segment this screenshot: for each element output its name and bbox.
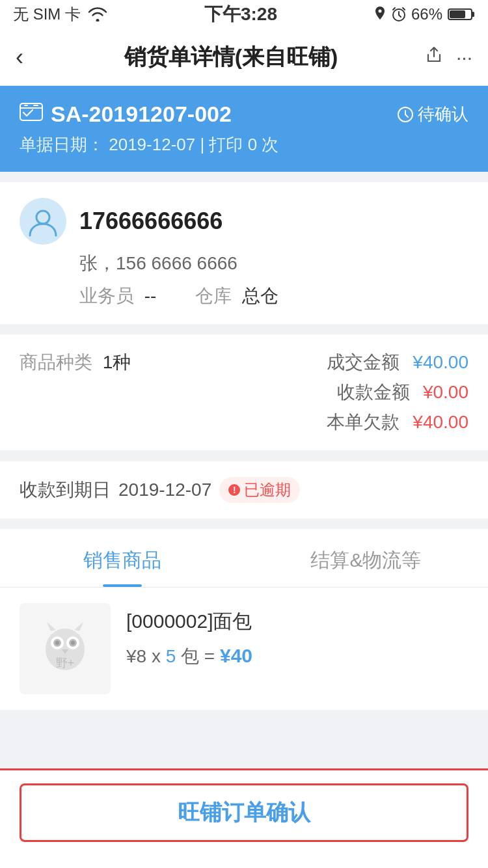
debt-label: 本单欠款 <box>327 410 400 435</box>
product-image: 野+ <box>20 603 111 694</box>
product-info: [0000002]面包 ¥8 x 5 包 = ¥40 <box>126 603 468 669</box>
clock-icon <box>397 106 414 123</box>
svg-point-13 <box>55 641 59 645</box>
confirm-button[interactable]: 旺铺订单确认 <box>20 783 468 842</box>
nav-bar: ‹ 销货单详情(来自旺铺) ··· <box>0 29 488 86</box>
order-type-icon <box>20 103 43 126</box>
customer-sub: 张，156 6666 6666 <box>20 251 468 276</box>
page-title: 销货单详情(来自旺铺) <box>55 42 407 72</box>
product-qty: 5 <box>166 646 176 666</box>
overdue-text: 已逾期 <box>244 480 291 500</box>
person-icon <box>27 206 59 237</box>
svg-rect-3 <box>472 12 474 17</box>
equals-sign: = <box>204 646 220 666</box>
more-icon[interactable]: ··· <box>456 46 472 68</box>
sales-label: 业务员 <box>79 286 134 306</box>
debt-value: ¥40.00 <box>413 412 468 433</box>
location-icon <box>373 7 386 22</box>
payment-row: 收款金额 ¥0.00 <box>337 380 468 405</box>
payment-value: ¥0.00 <box>423 382 468 403</box>
svg-point-7 <box>36 211 49 224</box>
svg-text:野+: 野+ <box>56 657 75 670</box>
customer-phone: 17666666666 <box>79 208 223 235</box>
warehouse-value: 总仓 <box>242 286 278 306</box>
type-label: 商品种类 <box>20 352 92 372</box>
back-button[interactable]: ‹ <box>16 44 55 71</box>
status-left: 无 SIM 卡 <box>13 4 108 25</box>
stats-block: 商品种类 1种 成交金额 ¥40.00 收款金额 ¥0.00 本单欠款 ¥40.… <box>0 334 488 450</box>
overdue-badge: ! 已逾期 <box>219 477 300 503</box>
battery-label: 66% <box>411 5 442 23</box>
sales-value: -- <box>144 286 157 306</box>
alarm-icon <box>392 7 406 22</box>
product-owl-logo: 野+ <box>33 612 98 686</box>
tab-sales-products[interactable]: 销售商品 <box>0 529 244 587</box>
product-name: [0000002]面包 <box>126 608 468 635</box>
due-date: 2019-12-07 <box>118 480 211 500</box>
order-date: 单据日期： 2019-12-07 | 打印 0 次 <box>20 133 468 156</box>
customer-block: 17666666666 张，156 6666 6666 业务员 -- 仓库 总仓 <box>0 182 488 324</box>
order-header: SA-20191207-002 待确认 单据日期： 2019-12-07 | 打… <box>0 86 488 172</box>
status-right: 66% <box>373 5 475 23</box>
status-bar: 无 SIM 卡 下午3:28 66% <box>0 0 488 29</box>
stats-right: 成交金额 ¥40.00 收款金额 ¥0.00 本单欠款 ¥40.00 <box>327 350 468 435</box>
product-price: ¥8 x 5 包 = ¥40 <box>126 644 468 669</box>
unit-price: ¥8 <box>126 646 146 666</box>
customer-meta: 业务员 -- 仓库 总仓 <box>20 284 468 308</box>
tab-settlement-logistics[interactable]: 结算&物流等 <box>244 529 488 587</box>
svg-rect-4 <box>450 10 465 18</box>
customer-avatar <box>20 198 66 245</box>
due-label: 收款到期日 <box>20 478 111 502</box>
order-status: 待确认 <box>397 103 468 126</box>
product-block: 野+ [0000002]面包 ¥8 x 5 包 = ¥40 <box>0 588 488 710</box>
status-time: 下午3:28 <box>204 2 277 27</box>
deal-amount-label: 成交金额 <box>327 350 400 375</box>
warehouse-label: 仓库 <box>195 286 232 306</box>
payment-label: 收款金额 <box>337 380 410 405</box>
svg-point-0 <box>378 10 381 13</box>
nav-actions: ··· <box>407 46 472 68</box>
svg-point-14 <box>71 641 75 645</box>
share-icon[interactable] <box>425 46 443 68</box>
debt-row: 本单欠款 ¥40.00 <box>327 410 468 435</box>
deal-amount-row: 成交金额 ¥40.00 <box>327 350 468 375</box>
multiply-sign: x <box>152 646 166 666</box>
type-value: 1种 <box>103 352 131 372</box>
wifi-icon <box>87 7 108 21</box>
product-total: ¥40 <box>220 645 252 666</box>
tabs-block: 销售商品 结算&物流等 <box>0 529 488 588</box>
unit: 包 <box>181 646 199 666</box>
battery-icon <box>448 7 475 21</box>
sim-label: 无 SIM 卡 <box>13 4 81 25</box>
due-date-block: 收款到期日 2019-12-07 ! 已逾期 <box>0 461 488 519</box>
bottom-bar: 旺铺订单确认 <box>0 768 488 868</box>
overdue-icon: ! <box>228 484 240 496</box>
deal-amount-value: ¥40.00 <box>413 352 468 373</box>
order-number: SA-20191207-002 <box>20 102 232 127</box>
